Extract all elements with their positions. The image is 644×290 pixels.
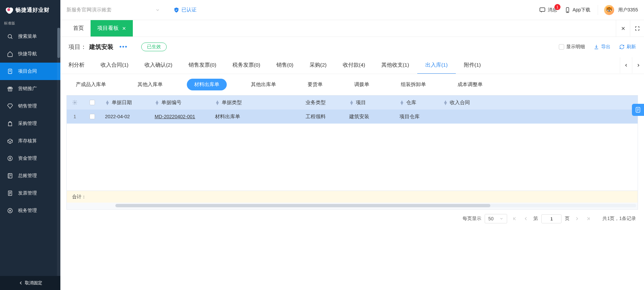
- per-page-select[interactable]: 50: [485, 214, 507, 223]
- tabs-scroll-right-button[interactable]: [632, 57, 644, 73]
- sidebar-item-6[interactable]: 库存核算: [0, 132, 60, 150]
- section-tab-1[interactable]: 收入合同(1): [93, 57, 137, 74]
- doctype-tab-2[interactable]: 材料出库单: [187, 79, 227, 90]
- sidebar-item-8[interactable]: 总账管理: [0, 167, 60, 185]
- select-all-checkbox[interactable]: [83, 95, 102, 110]
- svg-rect-9: [540, 8, 545, 11]
- page-tabs: 首页 项目看板 ✕: [60, 20, 644, 37]
- account-selector[interactable]: 新服务官网演示账套: [66, 7, 160, 13]
- section-tab-5[interactable]: 销售(0): [268, 57, 302, 74]
- sidebar-item-7[interactable]: 资金管理: [0, 150, 60, 167]
- gift-icon: [7, 85, 13, 92]
- export-button[interactable]: 导出: [594, 44, 610, 50]
- help-float-button[interactable]: [632, 104, 644, 116]
- col-wh-header[interactable]: ▲▼仓库: [396, 95, 440, 110]
- sidebar-item-label: 快捷导航: [18, 51, 37, 57]
- sort-icon: ▲▼: [215, 100, 220, 104]
- sidebar-item-5[interactable]: 采购管理: [0, 115, 60, 132]
- tabs-scroll-left-button[interactable]: [620, 57, 632, 73]
- cell-code-link[interactable]: MD-20220402-001: [151, 110, 212, 124]
- sidebar-item-1[interactable]: 快捷导航: [0, 45, 60, 63]
- invoice-icon: [7, 190, 13, 197]
- fullscreen-button[interactable]: [630, 20, 644, 37]
- more-actions-button[interactable]: •••: [119, 44, 128, 51]
- doctype-tab-6[interactable]: 组装拆卸单: [393, 79, 433, 90]
- section-tab-8[interactable]: 其他收支(1): [373, 57, 417, 74]
- col-type-header[interactable]: ▲▼单据类型: [212, 95, 302, 110]
- first-page-button[interactable]: [511, 215, 519, 223]
- section-tab-9[interactable]: 出入库(1): [417, 57, 456, 74]
- refresh-label: 刷新: [627, 44, 636, 50]
- user-menu[interactable]: 🐯 用户3355: [598, 5, 638, 15]
- section-tab-4[interactable]: 税务发票(0): [224, 57, 268, 74]
- brand-edition: 标准版: [0, 20, 60, 28]
- section-tab-0[interactable]: 利分析: [60, 57, 93, 74]
- sidebar-item-10[interactable]: 税务管理: [0, 202, 60, 219]
- gear-icon: [72, 100, 77, 105]
- sidebar-item-label: 搜索菜单: [18, 33, 37, 40]
- doctype-tab-0[interactable]: 产成品入库单: [68, 79, 113, 90]
- per-page-label: 每页显示: [463, 216, 481, 222]
- sidebar-item-2[interactable]: 项目合同: [0, 63, 60, 80]
- tabs-close-all-button[interactable]: [616, 20, 630, 37]
- sidebar-item-3[interactable]: 营销推广: [0, 80, 60, 97]
- table-header: ▲▼单据日期 ▲▼单据编号 ▲▼单据类型 业务类型 ▲▼项目 ▲▼仓库 ▲▼收入…: [67, 95, 638, 110]
- prev-page-button[interactable]: [522, 215, 530, 223]
- ledger-icon: [7, 172, 13, 179]
- tab-home-label: 首页: [73, 25, 84, 32]
- next-page-button[interactable]: [573, 215, 581, 223]
- doctype-tab-1[interactable]: 其他入库单: [130, 79, 170, 90]
- verified-badge: 已认证: [173, 7, 197, 13]
- settings-column-header[interactable]: [67, 95, 83, 110]
- app-download-label: App下载: [573, 7, 590, 13]
- section-tab-2[interactable]: 收入确认(2): [137, 57, 180, 74]
- brand: 畅捷通好业财: [0, 0, 60, 20]
- sidebar-item-label: 发票管理: [18, 190, 37, 196]
- section-tab-10[interactable]: 附件(1): [456, 57, 489, 74]
- app-download-button[interactable]: App下载: [565, 7, 590, 13]
- box-icon: [7, 138, 13, 144]
- refresh-button[interactable]: 刷新: [619, 44, 636, 50]
- messages-button[interactable]: 消息 1: [539, 7, 557, 13]
- tab-home[interactable]: 首页: [66, 20, 91, 37]
- sidebar-item-4[interactable]: 销售管理: [0, 97, 60, 115]
- brand-name: 畅捷通好业财: [15, 7, 50, 14]
- table-row[interactable]: 12022-04-02MD-20220402-001材料出库单工程领料建筑安装项…: [67, 110, 638, 124]
- refresh-icon: [619, 44, 625, 50]
- table-horizontal-scrollbar[interactable]: [67, 203, 638, 209]
- section-tab-7[interactable]: 收付款(4): [335, 57, 373, 74]
- sidebar-item-label: 总账管理: [18, 173, 37, 179]
- money-icon: [7, 155, 13, 162]
- section-tab-3[interactable]: 销售发票(0): [180, 57, 224, 74]
- sidebar-unpin-button[interactable]: 取消固定: [0, 276, 60, 290]
- row-index: 1: [67, 110, 83, 124]
- col-date-header[interactable]: ▲▼单据日期: [102, 95, 151, 110]
- page-number-input[interactable]: [541, 214, 561, 223]
- shield-icon: [173, 7, 179, 13]
- sidebar-scrollbar[interactable]: [57, 28, 60, 276]
- col-code-header[interactable]: ▲▼单据编号: [151, 95, 212, 110]
- col-biz-header[interactable]: 业务类型: [302, 95, 346, 110]
- section-tab-6[interactable]: 采购(2): [302, 57, 335, 74]
- doctype-tab-3[interactable]: 其他出库单: [244, 79, 283, 90]
- home-icon: [7, 51, 13, 57]
- sort-icon: ▲▼: [443, 100, 448, 104]
- doctype-tab-7[interactable]: 成本调整单: [450, 79, 490, 90]
- tab-project-board[interactable]: 项目看板 ✕: [91, 20, 133, 37]
- col-contract-header[interactable]: ▲▼收入合同: [440, 95, 638, 110]
- doctype-tab-4[interactable]: 要货单: [300, 79, 330, 90]
- show-detail-label: 显示明细: [566, 44, 585, 50]
- last-page-button[interactable]: [584, 215, 592, 223]
- col-proj-header[interactable]: ▲▼项目: [346, 95, 396, 110]
- chevron-down-icon: [499, 217, 503, 221]
- sidebar-item-9[interactable]: 发票管理: [0, 185, 60, 202]
- messages-badge: 1: [554, 4, 560, 10]
- sidebar-item-label: 销售管理: [18, 103, 37, 109]
- show-detail-toggle[interactable]: 显示明细: [559, 44, 585, 50]
- close-icon[interactable]: ✕: [122, 26, 126, 31]
- sidebar-unpin-label: 取消固定: [25, 280, 42, 286]
- bag-icon: [7, 120, 13, 127]
- sidebar-item-0[interactable]: 搜索菜单: [0, 28, 60, 45]
- row-checkbox[interactable]: [83, 110, 102, 124]
- doctype-tab-5[interactable]: 调拨单: [347, 79, 377, 90]
